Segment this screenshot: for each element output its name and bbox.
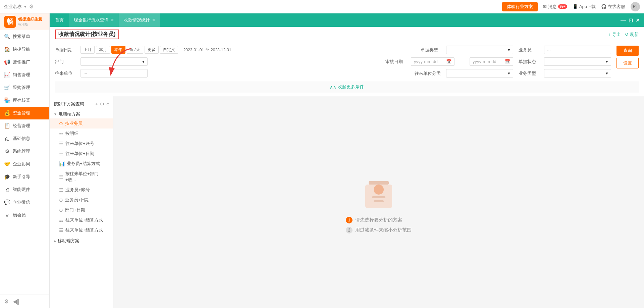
filter-panel: 单据日期 上月 本月 本年 近7天 更多 自定义 2023-01-01: [50, 42, 644, 96]
scheme-section-desktop-header[interactable]: ▼ 电脑端方案: [50, 110, 113, 118]
scheme-item-2[interactable]: ☰ 往来单位+账号: [50, 139, 113, 149]
counterpart-cat-select[interactable]: [446, 69, 513, 78]
sidebar-label-enterprise: 企业协同: [13, 161, 30, 167]
settings-icon[interactable]: ⚙: [29, 3, 34, 10]
date-label: 单据日期: [55, 47, 75, 53]
online-service-btn[interactable]: 🎧 在线客服: [601, 4, 625, 10]
scheme-item-9[interactable]: ⚏ 往来单位+结算方式: [50, 215, 113, 225]
date-btn-more[interactable]: 更多: [145, 46, 159, 54]
export-btn[interactable]: ↑ 导出: [609, 32, 621, 38]
date-btn-7days[interactable]: 近7天: [127, 46, 143, 54]
scheme-item-7[interactable]: ⊙ 业务员+日期: [50, 195, 113, 205]
scheme-item-3[interactable]: ☰ 往来单位+日期: [50, 149, 113, 159]
scheme-item-0[interactable]: ⊙ 按业务员: [50, 118, 113, 129]
set-btn[interactable]: 设置: [616, 58, 639, 68]
section-expand-icon: ▼: [54, 112, 57, 116]
sidebar-item-purchase[interactable]: 🛒 采购管理: [0, 81, 49, 94]
purchase-icon: 🛒: [4, 85, 10, 91]
date-range: 2023-01-01 至 2023-12-31: [183, 47, 231, 53]
settings-bottom-icon[interactable]: ⚙: [4, 298, 9, 305]
tab-collection-close[interactable]: ✕: [152, 18, 155, 22]
refresh-btn[interactable]: ↺ 刷新: [625, 32, 639, 38]
doc-type-select[interactable]: [446, 46, 513, 54]
scheme-item-label-10: 往来单位+结算方式: [65, 227, 103, 233]
scheme-add-btn[interactable]: +: [95, 101, 98, 107]
scheme-item-10[interactable]: ☰ 往来单位+结算方式: [50, 225, 113, 235]
scheme-item-5[interactable]: ☰ 按往来单位+部门+收...: [50, 169, 113, 185]
top-bar-right: 体验行业方案 ✉ 消息 99+ 📱 App下载 🎧 在线客服 Rit: [502, 2, 640, 11]
date-btn-this-year[interactable]: 本年: [111, 46, 125, 54]
sidebar-item-marketing[interactable]: 📢 营销推广: [0, 56, 49, 68]
sidebar-item-member[interactable]: V 畅会员: [0, 209, 49, 221]
filter-main-area: 单据日期 上月 本月 本年 近7天 更多 自定义 2023-01-01: [55, 46, 611, 81]
scheme-section-mobile-header[interactable]: ▶ 移动端方案: [50, 237, 113, 245]
mobile-section-expand-icon: ▶: [54, 239, 56, 243]
collapse-sidebar-icon[interactable]: ◀‖: [13, 298, 19, 305]
sidebar-item-hardware[interactable]: 🖨 智能硬件: [0, 183, 49, 196]
sidebar-item-basic[interactable]: 🗂 基础信息: [0, 132, 49, 145]
filter-row-3: 往来单位 ··· 往来单位分类 业务类型: [55, 69, 611, 78]
scheme-item-8[interactable]: ⊙ 部门+日期: [50, 205, 113, 215]
sidebar-item-operations[interactable]: 📋 经营管理: [0, 119, 49, 132]
scheme-item-label-8: 部门+日期: [65, 207, 85, 213]
tab-minimize-icon[interactable]: —: [621, 17, 626, 23]
sidebar-item-guide[interactable]: 🎓 新手引导: [0, 170, 49, 183]
tab-maximize-icon[interactable]: ⊡: [629, 17, 633, 23]
user-name: 企业名称: [4, 4, 21, 10]
date-btn-this-month[interactable]: 本月: [96, 46, 110, 54]
user-avatar-btn[interactable]: Rit: [631, 2, 640, 11]
sales-icon: 📈: [4, 72, 10, 78]
scheme-item-4[interactable]: 📊 业务员+结算方式: [50, 159, 113, 169]
scheme-collapse-btn[interactable]: «: [106, 101, 109, 107]
sidebar-item-quicknav[interactable]: 🏠 快捷导航: [0, 43, 49, 56]
scheme-item-6[interactable]: ☰ 业务员+账号: [50, 185, 113, 195]
app-download-btn[interactable]: 📱 App下载: [573, 4, 596, 10]
tab-cashflow-close[interactable]: ✕: [111, 18, 114, 22]
tab-close-icon[interactable]: ✕: [636, 17, 640, 23]
scheme-item-1[interactable]: ⚏ 按明细: [50, 129, 113, 139]
calendar-end-icon[interactable]: 📅: [505, 59, 510, 64]
scheme-item-label-7: 业务员+日期: [65, 197, 90, 203]
sidebar: 畅 畅捷通好生意 标准版 🔍 搜索菜单 🏠 快捷导航 📢 营销推广: [0, 13, 50, 308]
main-body: 按以下方案查询 + ⚙ « ▼ 电脑端方案: [50, 96, 644, 308]
sidebar-item-sales[interactable]: 📈 销售管理: [0, 68, 49, 81]
doc-type-chevron: [508, 47, 510, 52]
user-dropdown-icon[interactable]: [24, 4, 26, 9]
salesman-select[interactable]: ···: [544, 46, 611, 54]
sidebar-item-wechat[interactable]: 💬 企业微信: [0, 196, 49, 209]
collapse-btn[interactable]: ∧∧ 收起更多条件: [330, 84, 364, 90]
sidebar-item-search[interactable]: 🔍 搜索菜单: [0, 30, 49, 43]
audit-date-start[interactable]: yyyy-mm-dd 📅: [411, 57, 454, 66]
avatar: Rit: [631, 2, 640, 11]
sidebar-item-finance[interactable]: 💰 资金管理: [0, 107, 49, 119]
doc-status-select[interactable]: [544, 57, 611, 66]
tab-home[interactable]: 首页: [50, 13, 69, 27]
trial-btn[interactable]: 体验行业方案: [502, 2, 538, 11]
basic-icon: 🗂: [4, 136, 10, 142]
page-title: 收款情况统计(按业务员): [55, 30, 119, 39]
sidebar-label-wechat: 企业微信: [13, 199, 30, 205]
content-panel: 1 请先选择要分析的方案 2 用过滤条件来缩小分析范围: [113, 96, 644, 308]
sidebar-item-inventory[interactable]: 🏪 库存核算: [0, 94, 49, 107]
scheme-item-label-6: 业务员+账号: [65, 187, 90, 193]
tab-cashflow[interactable]: 现金银行流水查询 ✕: [69, 13, 119, 27]
svg-rect-1: [369, 181, 389, 185]
tab-collection[interactable]: 收款情况统计 ✕: [119, 13, 160, 27]
collapse-label: 收起更多条件: [338, 84, 364, 90]
sidebar-label-guide: 新手引导: [13, 174, 30, 180]
message-btn[interactable]: ✉ 消息 99+: [543, 4, 567, 10]
sidebar-item-enterprise[interactable]: 🤝 企业协同: [0, 158, 49, 170]
tab-bar: 首页 现金银行流水查询 ✕ 收款情况统计 ✕ — ⊡ ✕: [50, 13, 644, 27]
date-btn-custom[interactable]: 自定义: [160, 46, 178, 54]
biz-type-select[interactable]: [544, 69, 611, 78]
audit-date-end[interactable]: yyyy-mm-dd 📅: [470, 57, 513, 66]
query-btn[interactable]: 查询: [616, 46, 639, 56]
step-num-1: 1: [346, 217, 353, 223]
operations-icon: 📋: [4, 123, 10, 129]
counterpart-select[interactable]: ···: [80, 69, 148, 78]
calendar-start-icon[interactable]: 📅: [446, 59, 451, 64]
scheme-settings-btn[interactable]: ⚙: [100, 101, 104, 107]
date-btn-last-month[interactable]: 上月: [80, 46, 95, 54]
sidebar-item-system[interactable]: ⚙ 系统管理: [0, 145, 49, 158]
dept-select[interactable]: [80, 57, 148, 66]
